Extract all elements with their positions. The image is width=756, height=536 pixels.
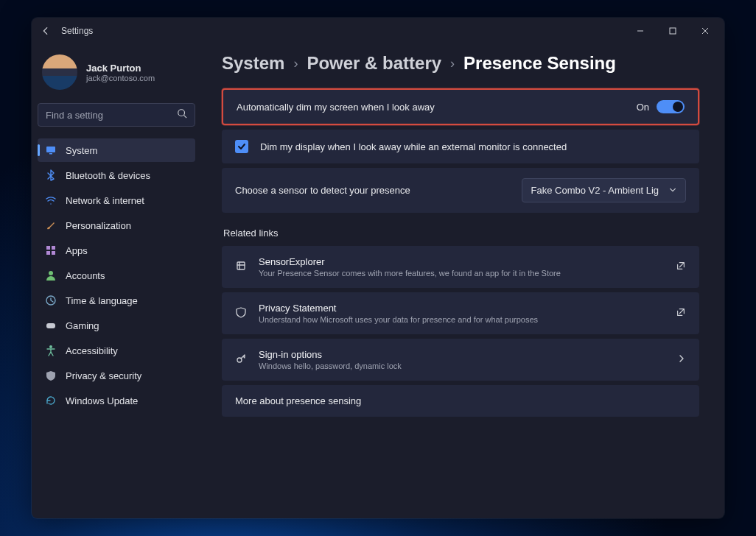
- breadcrumb-system[interactable]: System: [222, 53, 284, 74]
- titlebar: Settings: [32, 18, 724, 44]
- external-monitor-checkbox[interactable]: [235, 140, 248, 153]
- link-title: Sign-in options: [259, 349, 665, 360]
- sidebar-item-personalization[interactable]: Personalization: [38, 214, 195, 237]
- svg-rect-12: [46, 323, 55, 328]
- sidebar-item-label: Windows Update: [66, 395, 138, 406]
- sidebar-item-label: Time & language: [66, 295, 138, 306]
- sidebar-item-label: Bluetooth & devices: [66, 170, 150, 181]
- clock-icon: [45, 295, 57, 306]
- sidebar-item-label: Accounts: [66, 270, 105, 281]
- back-button[interactable]: [41, 26, 51, 36]
- wifi-icon: [45, 194, 57, 206]
- toggle-state-text: On: [637, 102, 649, 113]
- shield-icon: [45, 370, 57, 381]
- sidebar-item-bluetooth-devices[interactable]: Bluetooth & devices: [38, 163, 195, 187]
- link-subtitle: Understand how Microsoft uses your data …: [259, 315, 664, 324]
- svg-point-10: [49, 271, 53, 275]
- sidebar-item-gaming[interactable]: Gaming: [38, 314, 195, 337]
- sidebar-item-label: Gaming: [66, 320, 99, 331]
- search-icon: [177, 108, 187, 121]
- related-links-title: Related links: [223, 228, 699, 239]
- bluetooth-icon: [45, 169, 57, 181]
- link-lead-icon: [235, 260, 247, 274]
- sidebar: Jack Purton jack@contoso.com SystemBluet…: [32, 44, 201, 518]
- link-lead-icon: [235, 353, 247, 367]
- chevron-right-icon: [677, 354, 686, 365]
- gamepad-icon: [45, 320, 57, 331]
- accessibility-icon: [45, 345, 57, 356]
- link-subtitle: Your Presence Sensor comes with more fea…: [259, 269, 664, 278]
- auto-dim-toggle[interactable]: [657, 100, 685, 113]
- sensor-dropdown[interactable]: Fake Combo V2 - Ambient Lig: [522, 178, 686, 202]
- sidebar-item-label: System: [66, 145, 97, 156]
- app-title: Settings: [61, 26, 93, 36]
- avatar: [42, 54, 77, 90]
- link-title: SensorExplorer: [259, 256, 664, 267]
- chevron-down-icon: [669, 185, 676, 196]
- maximize-button[interactable]: [657, 20, 689, 42]
- related-links-list: SensorExplorerYour Presence Sensor comes…: [222, 246, 699, 381]
- apps-icon: [45, 244, 57, 256]
- svg-rect-5: [49, 153, 52, 155]
- sidebar-item-label: Network & internet: [66, 195, 144, 206]
- related-link-sensorexplorer[interactable]: SensorExplorerYour Presence Sensor comes…: [222, 246, 699, 288]
- profile-name: Jack Purton: [86, 63, 155, 74]
- settings-window: Settings Jack Purton jack@contoso.com: [32, 18, 724, 518]
- chevron-right-icon: ›: [293, 56, 298, 71]
- display-icon: [45, 144, 57, 156]
- breadcrumb-power[interactable]: Power & battery: [307, 53, 441, 74]
- svg-rect-1: [670, 28, 676, 34]
- sidebar-item-label: Accessibility: [66, 345, 118, 356]
- svg-rect-9: [52, 251, 55, 255]
- search-input[interactable]: [46, 110, 177, 121]
- sidebar-item-windows-update[interactable]: Windows Update: [38, 389, 195, 412]
- brush-icon: [45, 219, 57, 231]
- svg-rect-8: [46, 251, 50, 255]
- auto-dim-label: Automatically dim my screen when I look …: [237, 102, 625, 113]
- sidebar-item-time-language[interactable]: Time & language: [38, 289, 195, 312]
- breadcrumb-current: Presence Sensing: [463, 53, 616, 74]
- sidebar-item-privacy-security[interactable]: Privacy & security: [38, 364, 195, 387]
- search-box[interactable]: [38, 103, 195, 127]
- sidebar-item-label: Apps: [66, 245, 88, 256]
- svg-point-2: [178, 110, 185, 116]
- sidebar-item-label: Personalization: [66, 220, 131, 231]
- svg-rect-6: [46, 246, 50, 250]
- content-area: System › Power & battery › Presence Sens…: [201, 44, 724, 518]
- link-title: Privacy Statement: [259, 303, 664, 314]
- sensor-select-label: Choose a sensor to detect your presence: [235, 185, 410, 196]
- external-monitor-label: Dim my display when I look away while an…: [260, 141, 567, 152]
- external-monitor-card[interactable]: Dim my display when I look away while an…: [222, 130, 699, 163]
- sidebar-item-network-internet[interactable]: Network & internet: [38, 188, 195, 212]
- person-icon: [45, 269, 57, 281]
- sidebar-item-label: Privacy & security: [66, 370, 141, 381]
- svg-line-3: [184, 116, 187, 119]
- svg-rect-14: [237, 262, 245, 269]
- sidebar-item-accounts[interactable]: Accounts: [38, 264, 195, 287]
- minimize-button[interactable]: [624, 20, 657, 42]
- sidebar-item-system[interactable]: System: [38, 138, 195, 162]
- chevron-right-icon: ›: [450, 56, 455, 71]
- auto-dim-card: Automatically dim my screen when I look …: [222, 88, 699, 125]
- open-external-icon: [676, 307, 686, 320]
- sidebar-item-accessibility[interactable]: Accessibility: [38, 339, 195, 362]
- sensor-select-card: Choose a sensor to detect your presence …: [222, 168, 699, 213]
- more-about-card[interactable]: More about presence sensing: [222, 385, 699, 417]
- profile-email: jack@contoso.com: [86, 74, 155, 82]
- sensor-dropdown-value: Fake Combo V2 - Ambient Lig: [531, 185, 659, 196]
- svg-rect-4: [46, 147, 55, 152]
- link-subtitle: Windows hello, password, dynamic lock: [259, 362, 665, 370]
- update-icon: [45, 395, 57, 406]
- link-lead-icon: [235, 306, 247, 320]
- open-external-icon: [676, 261, 686, 273]
- nav-list: SystemBluetooth & devicesNetwork & inter…: [38, 138, 195, 412]
- breadcrumb: System › Power & battery › Presence Sens…: [222, 53, 699, 74]
- related-link-sign-in-options[interactable]: Sign-in optionsWindows hello, password, …: [222, 339, 699, 381]
- close-button[interactable]: [689, 20, 721, 42]
- profile-block[interactable]: Jack Purton jack@contoso.com: [38, 49, 195, 100]
- related-link-privacy-statement[interactable]: Privacy StatementUnderstand how Microsof…: [222, 292, 699, 334]
- svg-rect-7: [52, 246, 55, 250]
- window-controls: [624, 20, 721, 42]
- sidebar-item-apps[interactable]: Apps: [38, 239, 195, 262]
- svg-point-13: [49, 345, 52, 348]
